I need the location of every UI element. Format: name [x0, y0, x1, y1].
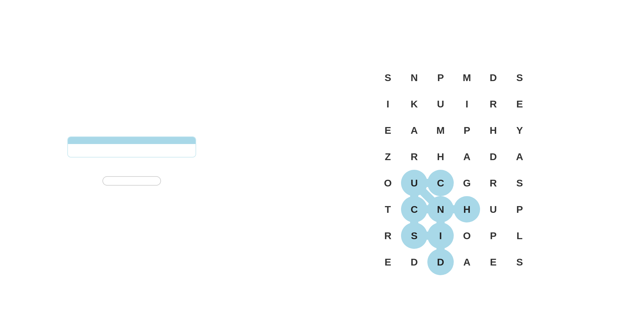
letter-grid: SNPMDSIKUIREEAMPHYZRHADAOUCGRSTCNHUPRSIO…: [375, 64, 533, 275]
grid-cell-0-5[interactable]: S: [506, 64, 533, 91]
grid-cell-7-3[interactable]: A: [454, 249, 480, 275]
grid-cell-2-2[interactable]: M: [427, 117, 454, 143]
grid-cell-4-3[interactable]: G: [454, 170, 480, 196]
grid-cell-0-0[interactable]: S: [375, 64, 401, 91]
grid-cell-1-0[interactable]: I: [375, 91, 401, 117]
grid-cell-1-1[interactable]: K: [401, 91, 427, 117]
grid-cell-0-4[interactable]: D: [480, 64, 506, 91]
grid-cell-7-0[interactable]: E: [375, 249, 401, 275]
grid-cell-4-2[interactable]: C: [427, 170, 454, 196]
grid-cell-1-3[interactable]: I: [454, 91, 480, 117]
hint-button[interactable]: [102, 176, 161, 186]
grid-cell-4-1[interactable]: U: [401, 170, 427, 196]
grid-cell-5-1[interactable]: C: [401, 196, 427, 222]
grid-cell-5-2[interactable]: N: [427, 196, 454, 222]
grid-cell-6-1[interactable]: S: [401, 222, 427, 249]
grid-cell-3-3[interactable]: A: [454, 143, 480, 170]
grid-cell-1-4[interactable]: R: [480, 91, 506, 117]
grid-cell-4-4[interactable]: R: [480, 170, 506, 196]
grid-cell-7-2[interactable]: D: [427, 249, 454, 275]
grid-cell-5-4[interactable]: U: [480, 196, 506, 222]
grid-cell-1-5[interactable]: E: [506, 91, 533, 117]
grid-cell-3-1[interactable]: R: [401, 143, 427, 170]
grid-cell-6-3[interactable]: O: [454, 222, 480, 249]
grid-cell-0-1[interactable]: N: [401, 64, 427, 91]
grid-cell-3-5[interactable]: A: [506, 143, 533, 170]
grid-cell-6-5[interactable]: L: [506, 222, 533, 249]
grid-cell-3-0[interactable]: Z: [375, 143, 401, 170]
grid-cell-6-2[interactable]: I: [427, 222, 454, 249]
grid-cell-2-0[interactable]: E: [375, 117, 401, 143]
grid-cell-2-5[interactable]: Y: [506, 117, 533, 143]
grid-cell-5-5[interactable]: P: [506, 196, 533, 222]
grid-cell-7-1[interactable]: D: [401, 249, 427, 275]
grid-cell-1-2[interactable]: U: [427, 91, 454, 117]
grid-cell-6-0[interactable]: R: [375, 222, 401, 249]
grid-container: SNPMDSIKUIREEAMPHYZRHADAOUCGRSTCNHUPRSIO…: [375, 64, 533, 275]
right-panel: SNPMDSIKUIREEAMPHYZRHADAOUCGRSTCNHUPRSIO…: [263, 0, 644, 322]
grid-cell-0-2[interactable]: P: [427, 64, 454, 91]
grid-cell-3-2[interactable]: H: [427, 143, 454, 170]
theme-value: [68, 144, 196, 157]
grid-cell-7-5[interactable]: S: [506, 249, 533, 275]
grid-cell-4-0[interactable]: O: [375, 170, 401, 196]
grid-cell-3-4[interactable]: D: [480, 143, 506, 170]
grid-cell-5-3[interactable]: H: [454, 196, 480, 222]
grid-cell-0-3[interactable]: M: [454, 64, 480, 91]
grid-cell-4-5[interactable]: S: [506, 170, 533, 196]
left-panel: [0, 0, 263, 322]
grid-cell-6-4[interactable]: P: [480, 222, 506, 249]
grid-cell-2-4[interactable]: H: [480, 117, 506, 143]
theme-header: [68, 137, 196, 144]
theme-card: [67, 136, 196, 157]
grid-cell-2-3[interactable]: P: [454, 117, 480, 143]
grid-cell-7-4[interactable]: E: [480, 249, 506, 275]
grid-cell-2-1[interactable]: A: [401, 117, 427, 143]
grid-cell-5-0[interactable]: T: [375, 196, 401, 222]
